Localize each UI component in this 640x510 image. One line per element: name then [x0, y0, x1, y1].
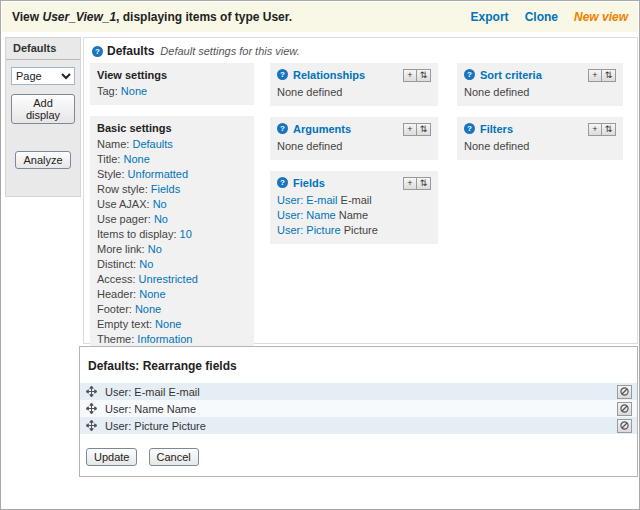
- title-prefix: View: [12, 10, 42, 24]
- view-settings-box: View settings Tag: None: [90, 63, 254, 105]
- box-actions: + ⇅: [588, 123, 616, 136]
- title-suffix: , displaying items of type User.: [116, 10, 292, 24]
- field-link[interactable]: User: E-mail: [277, 194, 338, 206]
- rearrange-title: Defaults: Rearrange fields: [80, 347, 637, 383]
- sort-criteria-box: ? Sort criteria + ⇅ None defined: [457, 63, 623, 106]
- setting-value-link[interactable]: No: [153, 198, 167, 210]
- page-title: View User_View_1, displaying items of ty…: [12, 10, 292, 24]
- display-tab-defaults[interactable]: Defaults: [6, 38, 80, 60]
- box-actions: + ⇅: [588, 69, 616, 82]
- rearrange-icon[interactable]: ⇅: [602, 69, 616, 82]
- field-label: Picture: [341, 224, 378, 236]
- clone-link[interactable]: Clone: [525, 10, 558, 24]
- header-bar: View User_View_1, displaying items of ty…: [2, 2, 638, 32]
- setting-line: Tag: None: [97, 84, 247, 99]
- setting-line: Header: None: [97, 287, 247, 302]
- rearrange-icon[interactable]: ⇅: [417, 123, 431, 136]
- field-link[interactable]: User: Name: [277, 209, 336, 221]
- setting-value-link[interactable]: None: [139, 288, 165, 300]
- setting-value-link[interactable]: 10: [180, 228, 192, 240]
- rearrange-row: User: Picture Picture: [80, 417, 637, 434]
- add-icon[interactable]: +: [403, 69, 417, 82]
- add-display-button[interactable]: Add display: [11, 94, 75, 124]
- setting-label: Empty text:: [97, 318, 152, 330]
- analyze-button[interactable]: Analyze: [15, 151, 70, 169]
- help-icon[interactable]: ?: [464, 69, 475, 80]
- help-icon[interactable]: ?: [277, 177, 288, 188]
- field-line: User: E-mail E-mail: [277, 193, 431, 208]
- setting-value-link[interactable]: None: [155, 318, 181, 330]
- display-type-select[interactable]: Page: [11, 67, 75, 85]
- setting-value-link[interactable]: None: [135, 303, 161, 315]
- field-label: Name: [336, 209, 368, 221]
- relationships-title-link[interactable]: Relationships: [293, 69, 403, 81]
- setting-line: Footer: None: [97, 302, 247, 317]
- setting-label: Theme:: [97, 333, 134, 345]
- rearrange-icon[interactable]: ⇅: [417, 69, 431, 82]
- rearrange-icon[interactable]: ⇅: [417, 177, 431, 190]
- setting-line: Row style: Fields: [97, 182, 247, 197]
- add-icon[interactable]: +: [403, 177, 417, 190]
- setting-value-link[interactable]: Unrestricted: [139, 273, 198, 285]
- setting-value-link[interactable]: No: [148, 243, 162, 255]
- relationships-empty: None defined: [277, 85, 431, 100]
- drag-handle-icon[interactable]: [86, 386, 101, 397]
- setting-value-link[interactable]: No: [154, 213, 168, 225]
- rearrange-panel: Defaults: Rearrange fields User: E-mail …: [79, 346, 638, 477]
- help-icon[interactable]: ?: [464, 123, 475, 134]
- setting-value-link[interactable]: No: [139, 258, 153, 270]
- basic-settings-title: Basic settings: [97, 122, 247, 134]
- setting-label: Items to display:: [97, 228, 176, 240]
- export-link[interactable]: Export: [471, 10, 509, 24]
- arguments-title-link[interactable]: Arguments: [293, 123, 403, 135]
- main-head: ?DefaultsDefault settings for this view.: [84, 38, 637, 62]
- rearrange-icon[interactable]: ⇅: [602, 123, 616, 136]
- filters-title-link[interactable]: Filters: [480, 123, 588, 135]
- setting-label: Access:: [97, 273, 136, 285]
- remove-field-icon[interactable]: [617, 385, 632, 399]
- setting-line: Distinct: No: [97, 257, 247, 272]
- box-actions: + ⇅: [403, 177, 431, 190]
- rearrange-row: User: E-mail E-mail: [80, 383, 637, 400]
- setting-label: Row style:: [97, 183, 148, 195]
- drag-handle-icon[interactable]: [86, 403, 101, 414]
- setting-line: Use pager: No: [97, 212, 247, 227]
- setting-line: Empty text: None: [97, 317, 247, 332]
- setting-value-link[interactable]: None: [124, 153, 150, 165]
- field-line: User: Picture Picture: [277, 223, 431, 238]
- add-icon[interactable]: +: [403, 123, 417, 136]
- field-link[interactable]: User: Picture: [277, 224, 341, 236]
- filters-box: ? Filters + ⇅ None defined: [457, 117, 623, 160]
- setting-label: Header:: [97, 288, 136, 300]
- view-settings-title: View settings: [97, 69, 247, 81]
- help-icon[interactable]: ?: [277, 69, 288, 80]
- setting-value-link[interactable]: Defaults: [132, 138, 172, 150]
- setting-value-link[interactable]: Information: [137, 333, 192, 345]
- setting-label: Title:: [97, 153, 120, 165]
- column-settings: View settings Tag: None Basic settings N…: [90, 63, 254, 364]
- fields-title-link[interactable]: Fields: [293, 177, 403, 189]
- new-view-link[interactable]: New view: [574, 10, 628, 24]
- remove-field-icon[interactable]: [617, 402, 632, 416]
- header-links: Export Clone New view: [471, 10, 628, 24]
- add-icon[interactable]: +: [588, 123, 602, 136]
- cancel-button[interactable]: Cancel: [149, 448, 199, 466]
- help-icon[interactable]: ?: [277, 123, 288, 134]
- sort-criteria-title-link[interactable]: Sort criteria: [480, 69, 588, 81]
- help-icon[interactable]: ?: [92, 46, 103, 57]
- drag-handle-icon[interactable]: [86, 420, 101, 431]
- setting-line: Access: Unrestricted: [97, 272, 247, 287]
- add-icon[interactable]: +: [588, 69, 602, 82]
- setting-value-link[interactable]: None: [121, 85, 147, 97]
- setting-label: Tag:: [97, 85, 118, 97]
- arguments-box: ? Arguments + ⇅ None defined: [270, 117, 438, 160]
- setting-value-link[interactable]: Fields: [151, 183, 180, 195]
- setting-label: More link:: [97, 243, 145, 255]
- setting-line: Use AJAX: No: [97, 197, 247, 212]
- remove-field-icon[interactable]: [617, 419, 632, 433]
- update-button[interactable]: Update: [86, 448, 137, 466]
- setting-line: Style: Unformatted: [97, 167, 247, 182]
- setting-label: Use AJAX:: [97, 198, 150, 210]
- setting-value-link[interactable]: Unformatted: [128, 168, 189, 180]
- setting-line: Title: None: [97, 152, 247, 167]
